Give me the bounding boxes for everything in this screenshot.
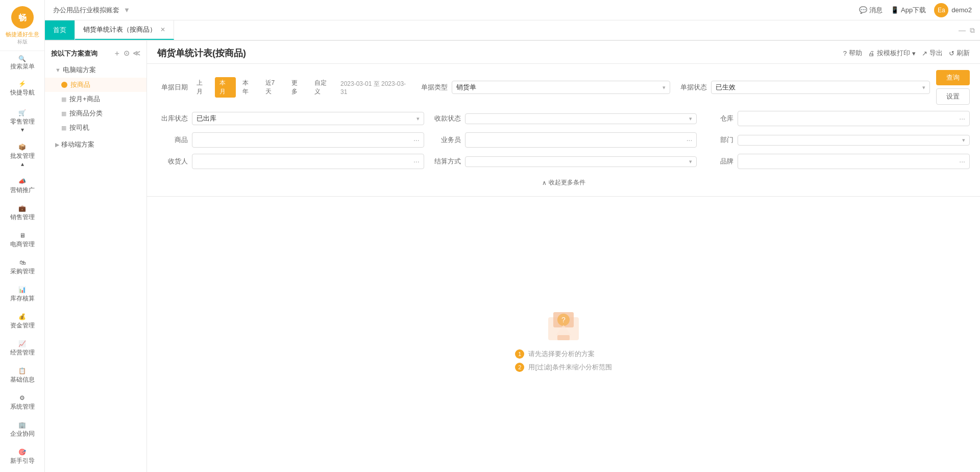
- message-button[interactable]: 💬 消息: [859, 6, 883, 15]
- add-scheme-icon[interactable]: ＋: [113, 49, 120, 58]
- staff-input[interactable]: ···: [465, 132, 697, 148]
- sidebar-item-marketing[interactable]: 📣 营销推广: [0, 173, 44, 200]
- product-input[interactable]: ···: [192, 132, 424, 148]
- sidebar-item-inventory[interactable]: 📊 库存核算: [0, 281, 44, 308]
- staff-dots-icon[interactable]: ···: [687, 136, 693, 144]
- tree-item-mobile-label: 移动端方案: [61, 140, 94, 149]
- sidebar-item-ecommerce[interactable]: 🖥 电商管理: [0, 227, 44, 254]
- receiver-dots-icon[interactable]: ···: [413, 157, 420, 166]
- tab-home[interactable]: 首页: [45, 20, 75, 40]
- out-select[interactable]: 已出库 ▾: [192, 112, 424, 125]
- breadcrumb-arrow-icon[interactable]: ▼: [124, 6, 130, 14]
- product-dots-icon[interactable]: ···: [413, 136, 420, 144]
- sidebar: 畅 畅捷通好生意 标版 🔍 搜索菜单 ⚡ 快捷导航 🛒 零售管理 ▾ 📦 批发管…: [0, 0, 45, 472]
- breadcrumb: 办公用品行业模拟账套: [53, 6, 119, 15]
- staff-label: 业务员: [430, 135, 461, 145]
- payment-select[interactable]: ▾: [465, 156, 697, 167]
- filter-cell-warehouse: 仓库 ···: [703, 111, 970, 126]
- svg-text:畅: 畅: [18, 13, 27, 22]
- brand-input[interactable]: ···: [738, 154, 970, 169]
- receipt-select[interactable]: ▾: [465, 113, 697, 124]
- message-icon: 💬: [859, 6, 867, 14]
- sidebar-item-quick-nav[interactable]: ⚡ 快捷导航: [0, 75, 44, 102]
- date-7days[interactable]: 近7天: [261, 77, 285, 98]
- filter-cell-brand: 品牌 ···: [703, 154, 970, 169]
- window-minimize-icon[interactable]: —: [959, 26, 966, 34]
- brand-label: 品牌: [703, 157, 733, 166]
- search-menu-item[interactable]: 🔍 搜索菜单: [0, 51, 44, 75]
- collapse-panel-icon[interactable]: ≪: [133, 49, 140, 58]
- receiver-input[interactable]: ···: [192, 154, 424, 169]
- tree-child-by-product[interactable]: 按商品: [45, 78, 146, 92]
- filter-cell-out: 出库状态 已出库 ▾: [157, 112, 424, 125]
- date-custom[interactable]: 自定义: [310, 77, 336, 98]
- export-button[interactable]: ↗ 导出: [922, 49, 943, 58]
- basic-icon: 📋: [0, 367, 44, 374]
- tree-by-product-label: 按商品: [70, 80, 90, 89]
- filter-cell-type: 单据类型 销货单 ▾: [417, 81, 671, 94]
- sidebar-item-sales[interactable]: 💼 销售管理: [0, 200, 44, 227]
- query-button[interactable]: 查询: [936, 70, 970, 85]
- content-area: 按以下方案查询 ＋ ⊙ ≪ ▼ 电脑端方案 按商品 ▦ 按月+商品: [45, 41, 980, 472]
- print-dropdown-icon: ▾: [912, 50, 916, 57]
- sidebar-item-operation[interactable]: 📈 经营管理: [0, 335, 44, 362]
- ecommerce-label: 电商管理: [0, 240, 44, 249]
- type-select[interactable]: 销货单 ▾: [452, 81, 671, 94]
- grid-icon-2: ▦: [61, 110, 66, 117]
- sidebar-item-purchase[interactable]: 🛍 采购管理: [0, 254, 44, 281]
- date-this-month[interactable]: 本月: [215, 77, 236, 98]
- tree-item-pc[interactable]: ▼ 电脑端方案: [45, 62, 146, 78]
- sidebar-item-basic[interactable]: 📋 基础信息: [0, 362, 44, 389]
- sidebar-item-retail[interactable]: 🛒 零售管理 ▾: [0, 104, 44, 138]
- edit-scheme-icon[interactable]: ⊙: [124, 49, 130, 58]
- empty-steps: 1 请先选择要分析的方案 2 用[过滤]条件来缩小分析范围: [515, 349, 611, 372]
- retail-arrow-icon: ▾: [0, 126, 44, 133]
- payment-label: 结算方式: [430, 157, 461, 166]
- dept-label: 部门: [703, 135, 733, 145]
- warehouse-dots-icon[interactable]: ···: [959, 114, 965, 123]
- tree-by-driver-label: 按司机: [69, 123, 89, 132]
- user-avatar: Ea: [934, 3, 948, 17]
- tree-child-by-category[interactable]: ▦ 按商品分类: [45, 106, 146, 121]
- tree-expand-icon: ▼: [55, 67, 61, 73]
- empty-illustration: ?: [538, 297, 589, 349]
- filter-cell-product: 商品 ···: [157, 132, 424, 148]
- refresh-button[interactable]: ↺ 刷新: [949, 49, 970, 58]
- brand-dots-icon[interactable]: ···: [959, 157, 965, 166]
- settings-button[interactable]: 设置: [936, 88, 970, 105]
- tree-child-by-month-product[interactable]: ▦ 按月+商品: [45, 92, 146, 106]
- tab-close-icon[interactable]: ✕: [160, 27, 165, 33]
- collapse-label: 收起更多条件: [549, 178, 585, 187]
- sales-label: 销售管理: [0, 213, 44, 222]
- sidebar-item-wholesale[interactable]: 📦 批发管理 ▴: [0, 138, 44, 173]
- tree-item-mobile[interactable]: ▶ 移动端方案: [45, 137, 146, 152]
- status-select[interactable]: 已生效 ▾: [711, 81, 930, 94]
- svg-rect-7: [557, 335, 570, 340]
- collapse-button[interactable]: ∧ 收起更多条件: [157, 175, 970, 190]
- user-menu[interactable]: Ea demo2: [934, 3, 972, 17]
- print-button[interactable]: 🖨 按模板打印 ▾: [868, 49, 916, 58]
- tree-item-pc-label: 电脑端方案: [63, 65, 96, 75]
- tab-report[interactable]: 销货单统计表（按商品） ✕: [75, 20, 174, 40]
- marketing-label: 营销推广: [0, 186, 44, 195]
- enterprise-icon: 🏢: [0, 421, 44, 429]
- tree-child-by-driver[interactable]: ▦ 按司机: [45, 121, 146, 135]
- export-icon: ↗: [922, 50, 927, 57]
- sidebar-item-guide[interactable]: 🎯 新手引导: [0, 443, 44, 470]
- dept-select[interactable]: ▾: [738, 135, 970, 146]
- window-maximize-icon[interactable]: ⧉: [970, 26, 975, 35]
- help-button[interactable]: ? 帮助: [843, 49, 862, 58]
- type-arrow-icon: ▾: [663, 84, 666, 91]
- date-control: 上月 本月 本年 近7天 更多 自定义 2023-03-01 至 2023-03…: [192, 77, 411, 98]
- tabs-spacer: [174, 20, 953, 40]
- sidebar-item-finance[interactable]: 💰 资金管理: [0, 308, 44, 335]
- app-download-button[interactable]: 📱 App下载: [891, 6, 926, 15]
- tree-mobile-arrow-icon: ▶: [55, 141, 59, 148]
- receipt-label: 收款状态: [430, 114, 461, 123]
- date-this-year[interactable]: 本年: [238, 77, 259, 98]
- sidebar-item-system[interactable]: ⚙ 系统管理: [0, 389, 44, 416]
- warehouse-input[interactable]: ···: [738, 111, 970, 126]
- date-last-month[interactable]: 上月: [192, 77, 213, 98]
- date-more[interactable]: 更多: [287, 77, 308, 98]
- sidebar-item-enterprise[interactable]: 🏢 企业协同: [0, 416, 44, 443]
